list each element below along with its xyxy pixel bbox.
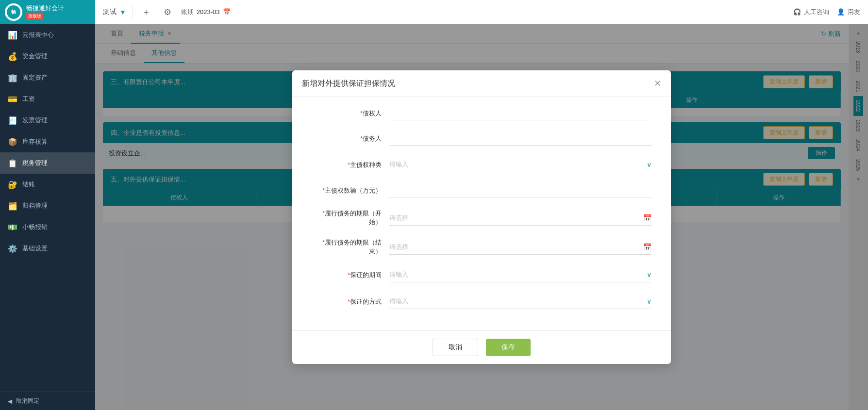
unpin-button[interactable]: ◀ 取消固定 [0,392,95,410]
form-row-guarantee-period: *保证的期间 请输入 ∨ [312,267,651,282]
period-end-label: *履行债务的期限（结束） [312,238,389,256]
service-button[interactable]: 🎧 人工咨询 [793,8,829,16]
fund-mgmt-icon: 💰 [8,51,17,61]
claim-type-label: *主债权种类 [312,161,389,169]
sidebar-item-fixed-assets[interactable]: 🏢 固定资产 [0,67,95,88]
app-name: 畅捷通好会计 [26,4,64,12]
sidebar-label-archive: 归档管理 [22,201,48,210]
modal-title: 新增对外提供保证担保情况 [302,79,395,89]
modal-footer: 取消 保存 [292,330,671,364]
period-start-calendar-icon: 📅 [643,214,651,222]
period-start-label: *履行债务的期限（开始） [312,209,389,227]
sidebar-label-tax-mgmt: 税务管理 [22,159,48,167]
expense-icon: 💵 [8,222,17,232]
modal-close-button[interactable]: ✕ [654,78,661,89]
debtor-input[interactable] [389,132,651,146]
modal-backdrop: 新增对外提供保证担保情况 ✕ *债权人 [95,24,868,410]
guarantee-period-label: *保证的期间 [312,271,389,279]
settings-button[interactable]: ⚙ [160,4,175,20]
sidebar-item-archive[interactable]: 🗂️ 归档管理 [0,195,95,216]
creditor-label: *债权人 [312,109,389,118]
modal-header: 新增对外提供保证担保情况 ✕ [292,70,671,97]
topbar-divider1 [132,6,133,18]
period-label: 账期 [181,8,194,16]
period-end-calendar-icon: 📅 [643,243,651,251]
sidebar-label-fund-mgmt: 资金管理 [22,52,48,61]
sidebar-item-closing[interactable]: 🔐 结账 [0,174,95,195]
form-row-period-start: *履行债务的期限（开始） 请选择 📅 [312,209,651,227]
guarantee-method-select[interactable]: 请输入 ∨ [389,294,651,309]
sidebar-item-payroll[interactable]: 💳 工资 [0,88,95,110]
calendar-icon[interactable]: 📅 [223,8,231,16]
sidebar-item-expense[interactable]: 💵 小畅报销 [0,216,95,238]
sidebar-label-fixed-assets: 固定资产 [22,73,48,82]
sidebar-item-basic-settings[interactable]: ⚙️ 基础设置 [0,238,95,259]
form-row-debtor: *债务人 [312,132,651,146]
cloud-report-icon: 📊 [8,30,17,40]
unpin-label: 取消固定 [16,397,39,405]
fixed-assets-icon: 🏢 [8,73,17,82]
sidebar-item-cloud-report[interactable]: 📊 云报表中心 [0,24,95,46]
archive-icon: 🗂️ [8,201,17,211]
save-button[interactable]: 保存 [486,339,531,356]
closing-icon: 🔐 [8,180,17,189]
period-start-picker[interactable]: 请选择 📅 [389,211,651,226]
claim-type-placeholder: 请输入 [389,160,647,169]
creditor-input[interactable] [389,107,651,120]
period-display: 账期 2023-03 📅 [181,8,231,16]
form-row-claim-amount: *主债权数额（万元） [312,184,651,197]
sidebar-label-expense: 小畅报销 [22,223,48,231]
claim-type-dropdown-icon: ∨ [647,161,651,168]
invoice-mgmt-icon: 🧾 [8,115,17,125]
inventory-icon: 📦 [8,137,17,147]
logo-inner: 畅 [7,5,20,19]
sidebar-bottom: ◀ 取消固定 [0,392,95,410]
sidebar-label-cloud-report: 云报表中心 [22,31,54,39]
tax-mgmt-icon: 📋 [8,158,17,168]
company-selector[interactable]: 测试 ▼ [103,8,126,16]
form-row-period-end: *履行债务的期限（结束） 请选择 📅 [312,238,651,256]
payroll-icon: 💳 [8,94,17,104]
guarantee-period-select[interactable]: 请输入 ∨ [389,267,651,282]
guarantee-period-dropdown-icon: ∨ [647,271,651,279]
company-dropdown-icon: ▼ [119,8,126,16]
guarantee-method-label: *保证的方式 [312,297,389,306]
sidebar-item-invoice-mgmt[interactable]: 🧾 发票管理 [0,110,95,131]
user-menu[interactable]: 👤 用友 [837,8,860,16]
modal-body: *债权人 *债务人 [292,97,671,330]
period-value: 2023-03 [197,8,220,16]
form-row-creditor: *债权人 [312,107,651,120]
sidebar-label-payroll: 工资 [22,95,35,103]
sidebar-label-inventory: 库存核算 [22,137,48,146]
arrow-left-icon: ◀ [8,398,12,405]
claim-amount-label: *主债权数额（万元） [312,186,389,195]
period-end-placeholder: 请选择 [389,243,643,251]
sidebar-label-invoice-mgmt: 发票管理 [22,116,48,125]
sidebar-label-closing: 结账 [22,180,35,189]
app-logo: 畅 [5,3,22,21]
user-avatar-icon: 👤 [837,8,845,16]
period-start-placeholder: 请选择 [389,213,643,222]
sidebar-header: 畅 畅捷通好会计 旗舰版 [0,0,95,24]
sidebar-label-basic-settings: 基础设置 [22,244,48,253]
main-area: 测试 ▼ ＋ ⚙ 账期 2023-03 📅 🎧 人工咨询 👤 [95,0,868,410]
cancel-button[interactable]: 取消 [433,339,478,356]
sidebar-item-inventory[interactable]: 📦 库存核算 [0,131,95,152]
debtor-label: *债务人 [312,134,389,143]
sidebar-item-fund-mgmt[interactable]: 💰 资金管理 [0,46,95,67]
form-row-guarantee-method: *保证的方式 请输入 ∨ [312,294,651,309]
claim-amount-input[interactable] [389,184,651,197]
period-end-picker[interactable]: 请选择 📅 [389,240,651,255]
sidebar-nav: 📊 云报表中心 💰 资金管理 🏢 固定资产 💳 工资 🧾 发票管理 📦 [0,24,95,392]
add-button[interactable]: ＋ [138,4,154,20]
claim-type-select[interactable]: 请输入 ∨ [389,157,651,172]
service-label: 人工咨询 [804,8,829,16]
sidebar: 畅 畅捷通好会计 旗舰版 📊 云报表中心 💰 资金管理 🏢 固定资产 � [0,0,95,410]
guarantee-method-dropdown-icon: ∨ [647,297,651,305]
guarantee-period-placeholder: 请输入 [389,270,647,279]
form-row-claim-type: *主债权种类 请输入 ∨ [312,157,651,172]
sidebar-item-tax-mgmt[interactable]: 📋 税务管理 [0,152,95,174]
content-area: 首页 税务申报 ✕ ↻ 刷新 基 [95,24,868,410]
company-name: 测试 [103,8,117,16]
basic-settings-icon: ⚙️ [8,244,17,253]
